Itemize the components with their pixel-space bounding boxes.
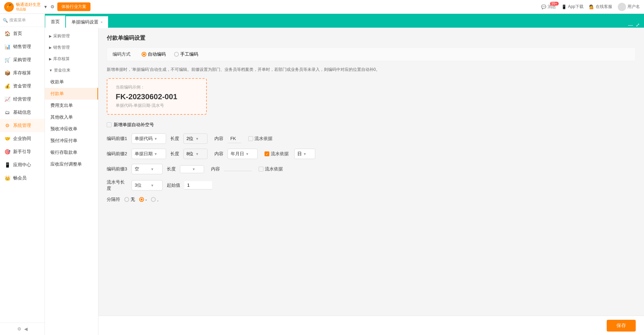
auto-fill-checkbox[interactable] [107, 122, 112, 127]
prefix2-content-select[interactable]: 年月日 ▼ [228, 149, 258, 159]
sidebar-item-receipt[interactable]: 收款单 [45, 76, 98, 88]
tab-minimize-icon[interactable]: — [628, 22, 633, 28]
tab-close-icon[interactable]: × [100, 20, 103, 24]
sidebar-item-newbie[interactable]: 🎯 新手引导 [0, 145, 45, 158]
home-icon: 🏠 [4, 30, 10, 37]
bottom-bar: 保存 [98, 316, 644, 335]
sidebar-item-sales[interactable]: 📊 销售管理 [0, 40, 45, 53]
serial-start-input[interactable] [184, 181, 212, 189]
finance-icon: 💰 [4, 83, 10, 89]
group-sales-title[interactable]: ▶ 销售管理 [45, 42, 98, 53]
group-capital-title[interactable]: ▼ 资金往来 [45, 65, 98, 76]
separator-row: 分隔符 无 - . [107, 196, 636, 203]
sidebar-settings-icon[interactable]: ⚙ [17, 326, 21, 332]
left-sidebar: 🔍 搜索菜单 🏠 首页 📊 销售管理 🛒 采购管理 📦 库存核算 💰 资金管理 … [0, 14, 45, 335]
prefix2-label: 编码前缀2 [107, 151, 127, 157]
purchase-icon: 🛒 [4, 57, 10, 63]
prefix1-select-arrow: ▼ [154, 137, 157, 141]
promo-button[interactable]: 体验行业方案 [57, 2, 90, 11]
manual-encode-radio[interactable]: 手工编码 [174, 51, 198, 57]
prefix1-content-label: 内容 [214, 136, 223, 142]
sidebar-item-bank-deposit[interactable]: 银行存取款单 [45, 147, 98, 158]
sidebar-item-operations[interactable]: 📈 经营管理 [0, 93, 45, 106]
base-icon: 🗂 [4, 109, 10, 115]
top-bar-right: 💬 消息 99+ 📱 App下载 💁 在线客服 用户名 [541, 3, 640, 11]
message-button[interactable]: 💬 消息 99+ [541, 4, 556, 10]
prefix1-watermark-box [248, 136, 253, 141]
user-avatar[interactable]: 用户名 [618, 3, 640, 11]
group-inventory-title[interactable]: ▶ 库存核算 [45, 53, 98, 65]
serial-start-label: 起始值 [167, 182, 180, 188]
prefix2-length-select[interactable]: 8位 ▼ [183, 149, 208, 159]
prefix2-watermark-checkbox[interactable]: ✓ 流水依据 [265, 151, 289, 157]
prefix1-row: 编码前缀1 单据代码 ▼ 长度 2位 ▼ 内容 FK [107, 133, 636, 144]
prefix2-watermark-box: ✓ [265, 151, 269, 156]
preview-label: 当前编码示例： [116, 84, 198, 90]
prefix3-content-value [224, 167, 252, 171]
app-logo: 🍊 畅通道好生意 培品版 [4, 2, 41, 12]
prefix2-length-arrow: ▼ [195, 152, 199, 156]
tab-home[interactable]: 首页 [45, 15, 66, 28]
manual-encode-radio-dot [174, 52, 179, 57]
prefix1-label: 编码前缀1 [107, 136, 127, 142]
sidebar-item-home[interactable]: 🏠 首页 [0, 27, 45, 40]
sidebar-footer: ⚙ ◀ [0, 323, 45, 335]
preview-box: 当前编码示例： FK-20230602-001 单据代码-单据日期-流水号 [107, 78, 207, 115]
settings-icon[interactable]: ⚙ [50, 4, 55, 9]
sidebar-item-purchase[interactable]: 🛒 采购管理 [0, 53, 45, 66]
prefix3-row: 编码前缀3 空 ▼ 长度 ▼ 内容 [107, 164, 636, 174]
sidebar-item-prepay-payable[interactable]: 预付冲应付单 [45, 135, 98, 147]
auto-encode-radio-dot [142, 52, 146, 57]
sidebar-item-expense[interactable]: 费用支出单 [45, 100, 98, 111]
logo-text: 畅通道好生意 培品版 [16, 2, 41, 11]
prefix2-length-label: 长度 [170, 151, 179, 157]
search-menu[interactable]: 🔍 搜索菜单 [0, 14, 45, 27]
sidebar-item-ar-ap-adjust[interactable]: 应收应付调整单 [45, 158, 98, 170]
sidebar-item-enterprise[interactable]: 🤝 企业协同 [0, 132, 45, 145]
sep-none-dot [124, 197, 129, 202]
prefix3-select[interactable]: 空 ▼ [132, 164, 163, 174]
serial-length-select[interactable]: 3位 ▼ [132, 180, 163, 190]
page-title: 付款单编码设置 [107, 35, 636, 42]
sidebar-item-other-income[interactable]: 其他收入单 [45, 111, 98, 123]
auto-encode-radio[interactable]: 自动编码 [142, 51, 166, 57]
tab-maximize-icon[interactable]: ⤢ [636, 22, 640, 28]
top-bar: 🍊 畅通道好生意 培品版 ▼ ⚙ 体验行业方案 💬 消息 99+ 📱 App下载… [0, 0, 644, 14]
top-bar-dropdown[interactable]: ▼ [44, 4, 48, 9]
prefix3-length-label: 长度 [167, 166, 176, 172]
sidebar-collapse-icon[interactable]: ◀ [24, 326, 28, 332]
second-sidebar: ▶ 采购管理 ▶ 销售管理 ▶ 库存核算 [45, 28, 98, 335]
sidebar-item-payment[interactable]: 付款单 [45, 88, 98, 100]
sidebar-item-member[interactable]: 👑 畅会员 [0, 171, 45, 185]
sidebar-item-base[interactable]: 🗂 基础信息 [0, 106, 45, 119]
prefix1-length-select[interactable]: 2位 ▼ [183, 133, 208, 144]
sep-none-radio[interactable]: 无 [124, 196, 135, 203]
prefix2-day-select[interactable]: 日 ▼ [294, 149, 315, 159]
tab-active[interactable]: 单据编码设置 × [66, 16, 108, 28]
info-text: 新增单据时，'单据编码'自动生成，不可编辑。前缀设置为部门、业务员等档案类，开单… [107, 67, 636, 73]
sep-dot-radio[interactable]: . [151, 197, 158, 202]
prefix3-length-select[interactable]: ▼ [180, 165, 204, 173]
prefix2-row: 编码前缀2 单据日期 ▼ 长度 8位 ▼ 内容 年月日 [107, 149, 636, 159]
sales-icon: 📊 [4, 44, 10, 50]
prefix1-select[interactable]: 单据代码 ▼ [132, 133, 166, 144]
prefix2-select-arrow: ▼ [154, 152, 157, 156]
expand-arrow-sales: ▶ [49, 46, 52, 49]
prefix2-select[interactable]: 单据日期 ▼ [132, 149, 166, 159]
group-purchase-title[interactable]: ▶ 采购管理 [45, 30, 98, 42]
app-download-button[interactable]: 📱 App下载 [561, 4, 584, 10]
sep-dash-radio[interactable]: - [139, 197, 147, 202]
prefix3-watermark-checkbox[interactable]: 流水依据 [259, 166, 283, 172]
prefix1-watermark-checkbox[interactable]: 流水依据 [248, 136, 272, 142]
sidebar-item-finance[interactable]: 💰 资金管理 [0, 80, 45, 93]
sidebar-item-prepay-receivable[interactable]: 预收冲应收单 [45, 123, 98, 135]
online-service-button[interactable]: 💁 在线客服 [589, 4, 612, 10]
encode-method-row: 编码方式 自动编码 手工编码 [107, 47, 636, 61]
sidebar-item-apps[interactable]: 📱 应用中心 [0, 158, 45, 171]
apps-icon: 📱 [4, 162, 10, 168]
save-button[interactable]: 保存 [607, 320, 636, 332]
sidebar-item-system[interactable]: ⚙ 系统管理 [0, 119, 45, 132]
sidebar-item-inventory[interactable]: 📦 库存核算 [0, 66, 45, 80]
prefix3-label: 编码前缀3 [107, 166, 127, 172]
content-area: 首页 单据编码设置 × — ⤢ ▶ 采购管理 [45, 14, 644, 335]
